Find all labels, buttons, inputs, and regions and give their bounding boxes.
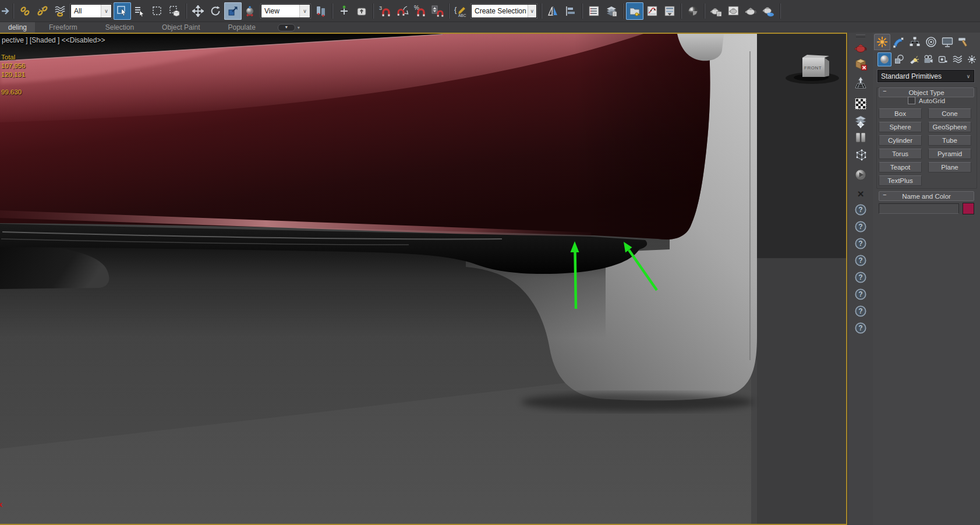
named-selection-sets-dropdown[interactable]: Create Selection Se ∨: [471, 4, 537, 18]
ribbon-options-caret[interactable]: ▾: [298, 25, 300, 30]
fender-shadow: [521, 393, 754, 411]
textplus-button[interactable]: TextPlus: [879, 175, 922, 186]
delete-box-icon[interactable]: [852, 56, 869, 72]
category-geometry[interactable]: [878, 52, 891, 66]
toolbar-grip[interactable]: [856, 34, 865, 37]
autogrid-label: AutoGrid: [919, 97, 945, 104]
unlink-selection-icon[interactable]: [34, 2, 51, 20]
toggle-layer-explorer-icon[interactable]: [603, 2, 620, 20]
object-name-input[interactable]: [879, 203, 959, 214]
play-ball-icon[interactable]: [852, 167, 869, 183]
window-crossing-icon[interactable]: [166, 2, 183, 20]
wireframe-cube-icon[interactable]: [852, 147, 869, 163]
object-type-rollout-header[interactable]: − Object Type: [879, 87, 974, 97]
tab-utilities[interactable]: [956, 34, 972, 50]
select-and-manipulate-icon[interactable]: [335, 2, 353, 20]
object-type-title: Object Type: [908, 89, 944, 96]
select-and-uniform-scale-button[interactable]: [224, 2, 242, 20]
edit-named-selection-sets-icon[interactable]: {ABC: [452, 2, 469, 20]
unknown-tool-icon-8[interactable]: ?: [852, 320, 869, 336]
grid-up-arrow-icon[interactable]: [852, 75, 869, 91]
curve-editor-icon[interactable]: [643, 2, 661, 20]
ribbon-tab-populate[interactable]: Populate: [214, 22, 269, 33]
ribbon-tab-modeling[interactable]: deling: [0, 22, 35, 33]
ribbon-minimize-button[interactable]: ▾: [278, 24, 295, 31]
render-setup-icon[interactable]: [707, 2, 725, 20]
unknown-tool-icon-4[interactable]: ?: [852, 252, 869, 269]
render-production-icon[interactable]: [742, 2, 760, 20]
reference-coordinate-dropdown[interactable]: View ∨: [261, 4, 310, 18]
unknown-tool-icon-6[interactable]: ?: [852, 286, 869, 302]
rectangular-selection-region-icon[interactable]: [148, 2, 166, 20]
selection-filter-dropdown[interactable]: All ∨: [70, 4, 112, 18]
use-pivot-point-center-icon[interactable]: [312, 2, 330, 20]
schematic-view-icon[interactable]: [661, 2, 678, 20]
dual-panels-icon[interactable]: [852, 129, 869, 146]
angle-snap-toggle-icon[interactable]: [394, 2, 411, 20]
keyboard-shortcut-override-icon[interactable]: [353, 2, 370, 20]
svg-text:3: 3: [379, 5, 382, 11]
svg-text:{: {: [454, 5, 457, 14]
unknown-tool-icon-3[interactable]: ?: [852, 235, 869, 252]
align-icon[interactable]: [562, 2, 579, 20]
perspective-viewport[interactable]: pective ] [Shaded ] <<Disabled>> Total 1…: [0, 33, 847, 525]
tab-display[interactable]: [939, 34, 956, 50]
close-x-icon[interactable]: ×: [852, 185, 869, 202]
viewport-label[interactable]: pective ] [Shaded ] <<Disabled>>: [2, 36, 105, 44]
checker-pattern-icon[interactable]: [852, 96, 869, 112]
svg-text:?: ?: [858, 239, 862, 248]
sphere-button[interactable]: Sphere: [879, 122, 922, 132]
category-helpers[interactable]: [936, 52, 950, 66]
category-cameras[interactable]: [921, 52, 935, 66]
select-and-link-icon[interactable]: [16, 2, 34, 20]
redo-arrow-icon[interactable]: [1, 2, 10, 20]
ribbon-tab-freeform[interactable]: Freeform: [35, 22, 91, 33]
cylinder-button[interactable]: Cylinder: [879, 135, 922, 146]
teapot-button[interactable]: Teapot: [879, 162, 922, 172]
render-in-cloud-icon[interactable]: [760, 2, 777, 20]
bind-to-space-warp-icon[interactable]: [51, 2, 69, 20]
category-space-warps[interactable]: [950, 52, 964, 66]
unknown-tool-icon-2[interactable]: ?: [852, 219, 869, 235]
ribbon-tab-selection[interactable]: Selection: [91, 22, 148, 33]
select-and-rotate-icon[interactable]: [207, 2, 224, 20]
select-and-move-icon[interactable]: [189, 2, 207, 20]
torus-button[interactable]: Torus: [879, 149, 922, 159]
tab-create[interactable]: [874, 34, 890, 50]
mirror-icon[interactable]: [544, 2, 562, 20]
stacked-layers-move-icon[interactable]: [852, 113, 869, 129]
cone-button[interactable]: Cone: [928, 108, 971, 119]
autogrid-checkbox[interactable]: [908, 97, 915, 104]
category-systems[interactable]: [965, 52, 979, 66]
rendered-frame-window-icon[interactable]: [725, 2, 742, 20]
ribbon-tab-object-paint[interactable]: Object Paint: [148, 22, 214, 33]
box-button[interactable]: Box: [879, 108, 922, 119]
geosphere-button[interactable]: GeoSphere: [928, 122, 971, 132]
percent-snap-toggle-icon[interactable]: %: [411, 2, 429, 20]
tab-hierarchy[interactable]: [907, 34, 923, 50]
category-lights[interactable]: [907, 52, 921, 66]
primitive-category-dropdown[interactable]: Standard Primitives ∨: [878, 70, 974, 82]
category-shapes[interactable]: [892, 52, 906, 66]
tube-button[interactable]: Tube: [928, 135, 971, 146]
snap-toggle-3d-icon[interactable]: 3: [376, 2, 394, 20]
select-object-button[interactable]: [114, 2, 131, 20]
teapot-tool-icon[interactable]: [852, 40, 869, 56]
unknown-tool-icon-1[interactable]: ?: [852, 202, 869, 218]
name-color-rollout-header[interactable]: − Name and Color: [879, 191, 974, 201]
viewport-canvas[interactable]: FRONT x: [0, 34, 846, 524]
pyramid-button[interactable]: Pyramid: [928, 149, 971, 159]
unknown-tool-icon-7[interactable]: ?: [852, 303, 869, 319]
toggle-ribbon-button[interactable]: [626, 2, 643, 20]
select-by-name-icon[interactable]: [131, 2, 148, 20]
toggle-scene-explorer-icon[interactable]: [585, 2, 603, 20]
stats-fps: 99.630: [1, 88, 26, 97]
select-and-place-icon[interactable]: [242, 2, 259, 20]
plane-button[interactable]: Plane: [928, 162, 971, 172]
object-color-swatch[interactable]: [963, 203, 974, 214]
spinner-snap-toggle-icon[interactable]: [429, 2, 446, 20]
unknown-tool-icon-5[interactable]: ?: [852, 269, 869, 286]
tab-modify[interactable]: [890, 34, 907, 50]
tab-motion[interactable]: [923, 34, 939, 50]
material-editor-icon[interactable]: [684, 2, 702, 20]
